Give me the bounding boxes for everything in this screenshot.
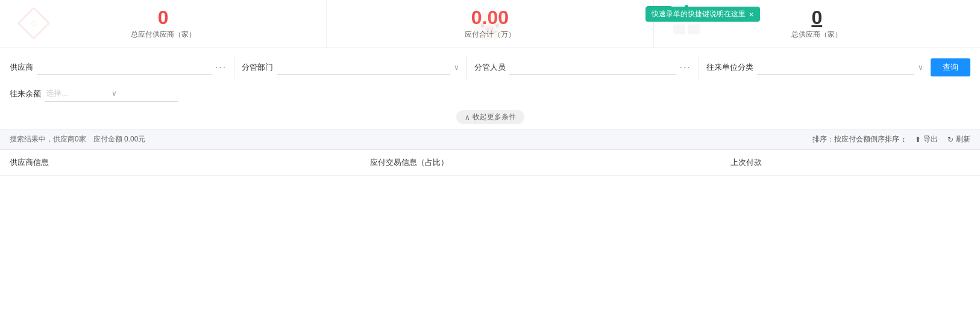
svg-text:◇: ◇: [31, 17, 37, 27]
result-supplier-count: 0: [75, 135, 79, 143]
filter-unit-class: 往来单位分类 ∨: [706, 60, 923, 75]
supplier-label: 供应商: [10, 62, 33, 73]
table-col-transaction: 应付交易信息（占比）: [370, 157, 730, 168]
tooltip-text: 快速录单的快捷键说明在这里: [652, 9, 746, 19]
stat1-number: 0: [158, 8, 169, 27]
stat-payable-total: 快速录单的快捷键说明在这里 × 🐷 0.00 应付合计（万）: [327, 0, 653, 48]
stat3-label: 总供应商（家）: [791, 29, 842, 40]
divider-2: [466, 55, 467, 79]
export-icon: ⬆: [915, 135, 921, 144]
filter-department: 分管部门 ∨: [242, 60, 459, 75]
collapse-button[interactable]: ∧ 收起更多条件: [456, 110, 524, 124]
sort-button[interactable]: 排序：按应付会额倒序排序 ↕: [812, 134, 905, 144]
person-dots[interactable]: ···: [679, 62, 691, 73]
balance-select[interactable]: 选择... ∨: [45, 85, 178, 102]
result-prefix: 搜索结果中，供应商: [10, 135, 75, 143]
collapse-label: 收起更多条件: [473, 112, 516, 122]
filter-area: 供应商 ··· 分管部门 ∨ 分管人员 ··· 往来单位分类 ∨ 查询: [0, 48, 980, 129]
export-label: 导出: [923, 134, 938, 144]
person-input[interactable]: [509, 60, 676, 75]
result-bar: 搜索结果中，供应商0家 应付金额 0.00元 排序：按应付会额倒序排序 ↕ ⬆ …: [0, 129, 980, 150]
table-header: 供应商信息 应付交易信息（占比） 上次付款: [0, 150, 980, 176]
filter-row-1: 供应商 ··· 分管部门 ∨ 分管人员 ··· 往来单位分类 ∨ 查询: [10, 55, 970, 79]
divider-1: [234, 55, 234, 79]
pig-icon: 🐷: [471, 7, 509, 41]
supplier-dots[interactable]: ···: [215, 62, 227, 73]
balance-placeholder: 选择...: [46, 88, 112, 99]
filter-supplier: 供应商 ···: [10, 60, 227, 75]
svg-rect-5: [688, 24, 700, 34]
result-amount-unit: 元: [138, 135, 145, 143]
collapse-arrow-icon: ∧: [465, 113, 470, 122]
table-body: [0, 176, 980, 310]
supplier-input[interactable]: [37, 60, 212, 75]
stat-total-payable-suppliers: ◇ 0 总应付供应商（家）: [0, 0, 327, 48]
stat3-number: 0: [811, 8, 822, 27]
table-col-last-payment: 上次付款: [730, 157, 971, 168]
department-input[interactable]: [277, 60, 450, 75]
stat1-label: 总应付供应商（家）: [131, 29, 196, 40]
department-arrow[interactable]: ∨: [454, 63, 459, 72]
export-button[interactable]: ⬆ 导出: [915, 134, 938, 144]
result-actions: 排序：按应付会额倒序排序 ↕ ⬆ 导出 ↻ 刷新: [812, 134, 970, 144]
unit-class-arrow[interactable]: ∨: [918, 63, 923, 72]
stats-bar: ◇ 0 总应付供应商（家） 快速录单的快捷键说明在这里 × 🐷 0.00 应付合…: [0, 0, 980, 48]
tooltip-bubble: 快速录单的快捷键说明在这里 ×: [645, 7, 760, 22]
refresh-button[interactable]: ↻ 刷新: [947, 134, 970, 144]
result-supplier-unit: 家: [79, 135, 86, 143]
result-amount-value: 0.00: [124, 135, 138, 143]
table-col-supplier-info: 供应商信息: [10, 157, 370, 168]
diamond-icon: ◇: [18, 7, 49, 39]
refresh-icon: ↻: [947, 135, 953, 144]
svg-rect-4: [673, 24, 685, 34]
result-amount-label: 应付金额: [93, 135, 122, 143]
refresh-label: 刷新: [956, 134, 970, 144]
sort-arrow-icon: ↕: [902, 135, 905, 144]
person-label: 分管人员: [474, 62, 506, 73]
balance-label: 往来余额: [10, 88, 41, 99]
divider-3: [699, 55, 699, 79]
collapse-row: ∧ 收起更多条件: [10, 108, 970, 129]
department-label: 分管部门: [242, 62, 273, 73]
unit-class-input[interactable]: [757, 60, 914, 75]
sort-label: 排序：按应付会额倒序排序: [812, 134, 899, 144]
filter-balance: 往来余额 选择... ∨: [10, 85, 178, 102]
tooltip-close-btn[interactable]: ×: [749, 10, 754, 19]
result-info: 搜索结果中，供应商0家 应付金额 0.00元: [10, 134, 145, 144]
filter-row-2: 往来余额 选择... ∨: [10, 85, 970, 102]
query-button[interactable]: 查询: [931, 58, 970, 76]
balance-arrow: ∨: [112, 89, 177, 98]
filter-person: 分管人员 ···: [474, 60, 691, 75]
unit-class-label: 往来单位分类: [706, 62, 753, 73]
